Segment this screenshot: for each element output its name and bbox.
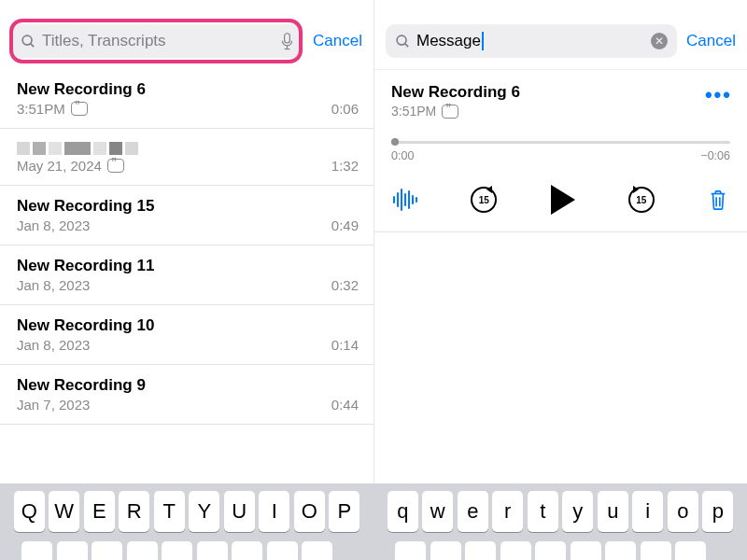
svg-line-1 (31, 43, 35, 47)
key-w[interactable]: W (49, 491, 79, 532)
play-icon (551, 185, 575, 215)
key-stub[interactable] (92, 541, 122, 560)
list-item[interactable]: New Recording 11 Jan 8, 2023 0:32 (0, 245, 374, 305)
key-stub[interactable] (21, 541, 52, 560)
key-r[interactable]: R (119, 491, 149, 532)
skip-forward-icon: 15 (628, 187, 655, 213)
search-input[interactable] (42, 32, 275, 50)
key-t[interactable]: t (528, 491, 558, 532)
key-t[interactable]: T (154, 491, 185, 532)
search-input-value[interactable]: Message (416, 32, 484, 51)
key-u[interactable]: u (598, 491, 628, 532)
search-box[interactable]: Message ✕ (386, 24, 677, 58)
skip-back-button[interactable]: 15 (471, 187, 497, 213)
time-remaining: −0:06 (700, 149, 730, 162)
key-q[interactable]: q (388, 491, 418, 532)
search-bar-row: Cancel (0, 0, 374, 69)
scrubber-knob[interactable] (391, 138, 399, 146)
keyboard: Q W E R T Y U I O P (0, 483, 374, 560)
key-y[interactable]: Y (189, 491, 219, 532)
key-e[interactable]: E (84, 491, 115, 532)
key-p[interactable]: p (702, 491, 733, 532)
skip-forward-button[interactable]: 15 (628, 187, 655, 213)
list-item[interactable]: May 21, 2024 1:32 (0, 129, 374, 186)
key-r[interactable]: r (492, 491, 523, 532)
transcript-icon (71, 102, 88, 116)
svg-line-6 (405, 43, 409, 47)
recording-meta: Jan 8, 2023 (17, 337, 90, 353)
key-i[interactable]: i (632, 491, 663, 532)
key-stub[interactable] (267, 541, 298, 560)
more-options-button[interactable]: ••• (705, 83, 732, 107)
key-stub[interactable] (465, 541, 496, 560)
recording-meta: Jan 8, 2023 (17, 217, 90, 233)
key-stub[interactable] (675, 541, 706, 560)
recording-title: New Recording 10 (17, 316, 359, 335)
svg-rect-2 (285, 33, 290, 42)
player-meta: 3:51PM (391, 104, 436, 119)
recording-title: New Recording 15 (17, 197, 359, 216)
delete-button[interactable] (708, 189, 728, 211)
recording-duration: 0:49 (331, 217, 359, 233)
recording-duration: 0:14 (331, 337, 359, 353)
recording-duration: 1:32 (331, 158, 359, 174)
key-stub[interactable] (395, 541, 426, 560)
recording-meta: Jan 8, 2023 (17, 277, 90, 293)
time-current: 0:00 (391, 149, 414, 162)
key-w[interactable]: w (422, 491, 453, 532)
transcript-icon (442, 105, 458, 119)
key-u[interactable]: U (224, 491, 255, 532)
list-item[interactable]: New Recording 15 Jan 8, 2023 0:49 (0, 186, 374, 245)
svg-point-5 (397, 35, 406, 45)
waveform-icon (393, 189, 417, 211)
list-item[interactable]: New Recording 9 Jan 7, 2023 0:44 (0, 365, 374, 425)
key-o[interactable]: o (668, 491, 698, 532)
key-e[interactable]: e (458, 491, 488, 532)
list-item[interactable]: New Recording 6 3:51PM 0:06 (0, 69, 374, 129)
key-p[interactable]: P (329, 491, 359, 532)
keyboard: q w e r t y u i o p (374, 483, 747, 560)
cancel-button[interactable]: Cancel (307, 32, 368, 50)
skip-back-icon: 15 (471, 187, 497, 213)
list-item[interactable]: New Recording 10 Jan 8, 2023 0:14 (0, 305, 374, 365)
cancel-button[interactable]: Cancel (681, 32, 741, 50)
key-stub[interactable] (500, 541, 531, 560)
search-icon (395, 34, 411, 49)
trash-icon (708, 189, 728, 211)
clear-icon[interactable]: ✕ (651, 33, 668, 49)
key-stub[interactable] (197, 541, 228, 560)
search-bar-row: Message ✕ Cancel (374, 0, 747, 69)
recording-duration: 0:06 (331, 101, 359, 117)
key-stub[interactable] (162, 541, 192, 560)
mic-icon[interactable] (280, 33, 294, 50)
waveform-button[interactable] (393, 189, 417, 211)
recording-title-obscured (17, 140, 359, 156)
play-button[interactable] (551, 185, 575, 215)
key-stub[interactable] (535, 541, 566, 560)
key-stub[interactable] (571, 541, 601, 560)
key-o[interactable]: O (294, 491, 325, 532)
recording-title: New Recording 6 (17, 80, 359, 99)
key-q[interactable]: Q (14, 491, 45, 532)
scrubber-track[interactable] (391, 141, 730, 144)
key-stub[interactable] (605, 541, 636, 560)
key-i[interactable]: I (259, 491, 289, 532)
svg-point-0 (22, 35, 32, 45)
key-stub[interactable] (57, 541, 88, 560)
player-controls: 15 15 (374, 166, 747, 232)
keyboard-row: Q W E R T Y U I O P (0, 491, 374, 532)
search-icon (21, 34, 36, 49)
recording-meta: Jan 7, 2023 (17, 397, 90, 413)
key-y[interactable]: y (562, 491, 593, 532)
search-box[interactable] (11, 24, 303, 58)
key-stub[interactable] (430, 541, 461, 560)
recording-meta: May 21, 2024 (17, 158, 102, 174)
scrubber[interactable]: 0:00 −0:06 (374, 124, 747, 166)
player-header: New Recording 6 3:51PM ••• (374, 69, 747, 124)
key-stub[interactable] (302, 541, 332, 560)
recording-meta: 3:51PM (17, 101, 65, 117)
key-stub[interactable] (641, 541, 671, 560)
key-stub[interactable] (127, 541, 158, 560)
key-stub[interactable] (232, 541, 262, 560)
left-pane: Cancel New Recording 6 3:51PM 0:06 May 2… (0, 0, 374, 560)
